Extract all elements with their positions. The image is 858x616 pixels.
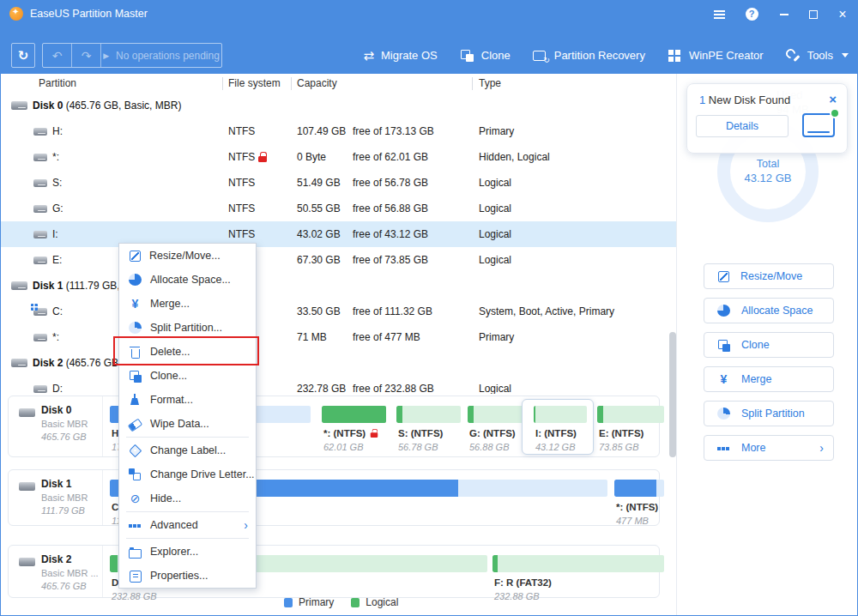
partition-map-size: 477 MB <box>616 516 649 526</box>
right-sidebar: Used 94 MB Total 43.12 GB 1 New Disk Fou… <box>676 74 858 616</box>
capacity-free: 50.55 GB <box>297 202 341 214</box>
table-row-partition[interactable]: C:33.50 GBfree of 111.32 GBSystem, Boot,… <box>1 299 676 324</box>
legend-label: Logical <box>366 596 398 608</box>
type-value: Hidden, Logical <box>479 151 550 163</box>
column-partition[interactable]: Partition <box>39 77 76 89</box>
sidebar-button-allocate-space[interactable]: Allocate Space <box>704 298 834 323</box>
disk-map-partition[interactable]: F: R (FAT32)232.88 GB <box>492 555 664 595</box>
partition-used-bar <box>597 406 603 423</box>
toolbar-action-clone[interactable]: Clone <box>460 49 511 62</box>
menu-item-format[interactable]: Format... <box>119 388 256 412</box>
pending-operations[interactable]: ▶ No operations pending <box>101 50 221 62</box>
disk-panel-size: 465.76 GB <box>41 581 87 591</box>
menu-item-merge[interactable]: ¥Merge... <box>119 292 256 316</box>
disk-panel-meta: Basic MBR ... <box>41 568 99 578</box>
lock-icon <box>371 429 378 438</box>
disk-map-partition[interactable]: S: (NTFS)56.78 GB <box>396 406 461 454</box>
table-row-disk[interactable]: Disk 1 (111.79 GB, Basic, MBR) <box>1 273 676 299</box>
table-row-partition[interactable]: I:NTFS43.02 GBfree of 43.12 GBLogical <box>1 221 676 247</box>
column-type[interactable]: Type <box>479 77 501 89</box>
table-row-partition[interactable]: H:NTFS107.49 GBfree of 173.13 GBPrimary <box>1 118 676 144</box>
disk-panel-size: 465.76 GB <box>41 432 87 442</box>
undo-button[interactable]: ↶ <box>43 44 72 67</box>
menu-item-properties[interactable]: Properties... <box>119 564 256 588</box>
minimize-button[interactable] <box>775 7 794 21</box>
disk-panel-info[interactable]: Disk 1Basic MBR111.79 GB <box>9 470 103 525</box>
column-capacity[interactable]: Capacity <box>297 77 337 89</box>
sidebar-button-resize/move[interactable]: Resize/Move <box>704 263 834 289</box>
menu-item-explorer[interactable]: Explorer... <box>119 540 256 564</box>
partition-map-size: 43.12 GB <box>535 442 575 452</box>
filesystem-value: NTFS <box>228 125 255 137</box>
column-divider[interactable] <box>291 77 292 90</box>
capacity-free: 107.49 GB <box>297 125 346 137</box>
donut-total: Total 43.12 GB <box>717 158 819 184</box>
menu-item-label: Merge... <box>150 298 190 310</box>
disk-map-partition[interactable]: G: (NTFS)56.88 GB <box>468 406 529 454</box>
partition-letter: G: <box>52 202 63 214</box>
table-row-disk[interactable]: Disk 2 (465.76 GB, Basic, MBR) <box>1 350 676 376</box>
disk-map-partition[interactable]: I: (NTFS)43.12 GB <box>534 406 587 454</box>
menu-item-change-label[interactable]: Change Label... <box>119 438 256 462</box>
clone-icon <box>717 339 730 352</box>
partition-map-size: 62.01 GB <box>323 442 363 452</box>
refresh-icon: ↻ <box>18 48 29 63</box>
app-title: EaseUS Partition Master <box>30 8 148 20</box>
resize-icon <box>718 271 729 282</box>
title-bar: EaseUS Partition Master ? × <box>1 1 857 27</box>
disk-map-partition[interactable]: *: (NTFS)62.01 GB <box>322 406 386 454</box>
filesystem-value: NTFS <box>228 151 255 163</box>
menu-item-hide[interactable]: ⊘Hide... <box>119 486 256 510</box>
table-header: Partition File system Capacity Type <box>1 74 676 93</box>
toolbar-action-winpe-creator[interactable]: WinPE Creator <box>668 49 764 62</box>
column-divider[interactable] <box>222 77 223 90</box>
partition-icon <box>33 154 47 161</box>
column-filesystem[interactable]: File system <box>228 77 281 89</box>
maximize-button[interactable] <box>804 7 823 21</box>
table-row-disk[interactable]: Disk 0 (465.76 GB, Basic, MBR) <box>1 93 676 118</box>
props-icon <box>129 570 142 583</box>
refresh-button[interactable]: ↻ <box>11 43 35 68</box>
lock-icon <box>258 152 267 162</box>
table-row-partition[interactable]: G:NTFS50.55 GBfree of 56.88 GBLogical <box>1 196 676 221</box>
sidebar-button-clone[interactable]: Clone <box>704 332 834 358</box>
toolbar-action-migrate-os[interactable]: ⇄Migrate OS <box>363 49 437 62</box>
partition-letter: H: <box>52 125 63 137</box>
disk-panel-info[interactable]: Disk 2Basic MBR ...465.76 GB <box>9 546 103 597</box>
partition-used-bar <box>614 480 656 497</box>
table-row-partition[interactable]: *:NTFS0 Bytefree of 62.01 GBHidden, Logi… <box>1 144 676 170</box>
disk-map-partition[interactable]: *: (NTFS)477 MB <box>614 480 664 522</box>
sidebar-button-more[interactable]: More› <box>704 435 834 461</box>
menu-item-change-drive-letter[interactable]: Change Drive Letter... <box>119 462 256 486</box>
menu-list-button[interactable] <box>710 7 728 21</box>
menu-item-resize-move[interactable]: Resize/Move... <box>119 244 256 268</box>
menu-item-clone[interactable]: Clone... <box>119 364 256 388</box>
table-row-partition[interactable]: S:NTFS51.49 GBfree of 56.78 GBLogical <box>1 170 676 196</box>
toolbar-action-tools[interactable]: Tools <box>786 49 849 62</box>
sidebar-button-split-partition[interactable]: Split Partition <box>704 401 834 426</box>
format-icon <box>129 394 142 407</box>
vertical-scrollbar[interactable] <box>669 332 676 457</box>
details-button[interactable]: Details <box>696 115 789 137</box>
partition-icon <box>33 179 47 187</box>
table-row-partition[interactable]: *:71 MBfree of 477 MBPrimary <box>1 324 676 350</box>
type-value: Logical <box>479 383 511 395</box>
sidebar-button-merge[interactable]: ¥Merge <box>704 366 834 392</box>
menu-item-allocate-space[interactable]: Allocate Space... <box>119 268 256 292</box>
disk-drive-icon <box>19 408 35 417</box>
close-button[interactable]: × <box>833 7 852 21</box>
menu-item-label: Explorer... <box>150 546 198 558</box>
new-disk-notification: 1 New Disk Found × Details <box>686 83 848 154</box>
toolbar-action-partition-recovery[interactable]: Partition Recovery <box>533 49 645 62</box>
disk-panel-info[interactable]: Disk 0Basic MBR465.76 GB <box>9 396 103 456</box>
notification-close-icon[interactable]: × <box>829 92 837 106</box>
table-row-partition[interactable]: E:NTFS67.30 GBfree of 73.85 GBLogical <box>1 247 676 273</box>
help-button[interactable]: ? <box>742 7 761 21</box>
disk-map-partition[interactable]: E: (NTFS)73.85 GB <box>597 406 664 454</box>
header-area: EaseUS Partition Master ? × ↻ ↶ ↷ ▶ No o… <box>1 1 857 74</box>
legend-item-logical: Logical <box>351 596 398 608</box>
redo-button[interactable]: ↷ <box>72 44 101 67</box>
column-divider[interactable] <box>472 77 473 90</box>
menu-item-wipe-data[interactable]: Wipe Data... <box>119 412 256 436</box>
menu-item-advanced[interactable]: Advanced› <box>119 513 256 537</box>
